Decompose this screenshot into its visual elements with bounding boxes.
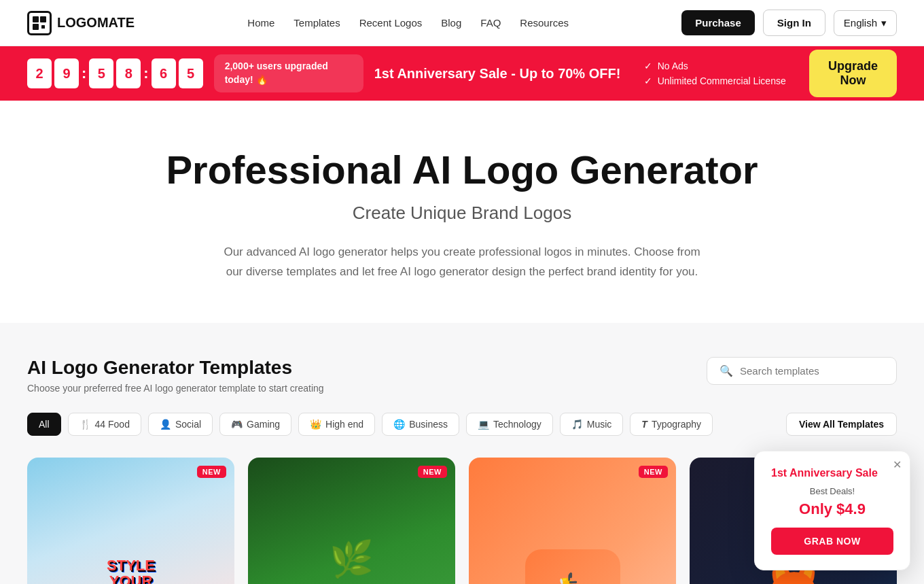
promo-banner: 2 9 : 5 8 : 6 5 2,000+ users upgraded to… (0, 46, 924, 101)
nav-home[interactable]: Home (247, 17, 274, 29)
language-selector[interactable]: English ▾ (834, 10, 897, 36)
filter-business[interactable]: 🌐 Business (382, 413, 459, 436)
template-card-style-hair[interactable]: NEW STYLEYOURHAIR 💇‍♀️ (27, 458, 234, 584)
countdown-sep-1: : (82, 65, 86, 82)
countdown-sep-2: : (143, 65, 148, 82)
nav-blog[interactable]: Blog (441, 17, 461, 29)
filter-highend[interactable]: 👑 High end (298, 413, 375, 436)
badge-new-2: NEW (418, 466, 447, 478)
popup-best-deals: Best Deals! (771, 486, 893, 496)
banner-perks: ✓ No Ads ✓ Unlimited Commercial License (644, 61, 786, 86)
template-card-jungle-jive[interactable]: NEW 🌿 JUNGLEJIVE 🌸🌼 (248, 458, 455, 584)
banner-users-text: 2,000+ users upgraded today! 🔥 (214, 54, 363, 92)
banner-perk-2: ✓ Unlimited Commercial License (644, 75, 786, 86)
upgrade-now-button[interactable]: UpgradeNow (809, 50, 897, 97)
jungle-emoji: 🌿 (313, 538, 391, 580)
signin-button[interactable]: Sign In (763, 10, 825, 36)
svg-rect-2 (33, 24, 39, 30)
food-icon: 🍴 (79, 419, 91, 430)
language-label: English (844, 17, 877, 29)
logo-icon (27, 11, 52, 35)
banner-sale-text: 1st Anniversary Sale - Up to 70% OFF! (374, 66, 621, 82)
hero-section: Professional AI Logo Generator Create Un… (0, 101, 924, 323)
card-title-style-hair: STYLEYOURHAIR (107, 557, 155, 584)
search-icon: 🔍 (719, 364, 733, 377)
highend-icon: 👑 (310, 419, 321, 430)
svg-rect-0 (33, 16, 39, 22)
popup-grab-now-button[interactable]: GRAB NOW (771, 528, 893, 555)
card-content-3: 🛵 (512, 536, 634, 584)
nav-resources[interactable]: Resources (520, 17, 569, 29)
banner-sale-prefix: 1st Anniversary Sale - Up to (374, 66, 558, 81)
hero-title: Professional AI Logo Generator (27, 148, 897, 192)
popup-title: 1st Anniversary Sale (771, 466, 893, 481)
purchase-button[interactable]: Purchase (681, 10, 755, 35)
countdown-h1: 5 (89, 58, 113, 88)
logo-text: LOGOMATE (57, 15, 135, 31)
navbar: LOGOMATE Home Templates Recent Logos Blo… (0, 0, 924, 46)
check-icon-2: ✓ (644, 75, 652, 86)
popup-close-button[interactable]: ✕ (893, 458, 902, 471)
nav-faq[interactable]: FAQ (480, 17, 501, 29)
countdown-h2: 8 (116, 58, 141, 88)
svg-rect-3 (41, 25, 45, 29)
logo-link[interactable]: LOGOMATE (27, 11, 135, 35)
filter-gaming[interactable]: 🎮 Gaming (219, 413, 291, 436)
badge-new-1: NEW (197, 466, 226, 478)
countdown-d1: 2 (27, 58, 52, 88)
countdown-m1: 6 (152, 58, 176, 88)
nav-recent-logos[interactable]: Recent Logos (359, 17, 423, 29)
svg-rect-1 (40, 16, 46, 22)
banner-left: 2 9 : 5 8 : 6 5 2,000+ users upgraded to… (27, 54, 620, 92)
nav-templates[interactable]: Templates (294, 17, 340, 29)
countdown-m2: 5 (179, 58, 203, 88)
filter-music[interactable]: 🎵 Music (560, 413, 624, 436)
popup-price: Only $4.9 (771, 500, 893, 518)
technology-icon: 💻 (478, 419, 489, 430)
social-icon: 👤 (160, 419, 171, 430)
perk-1-label: No Ads (658, 61, 688, 71)
templates-section-subtitle: Choose your preferred free AI logo gener… (27, 383, 324, 394)
perk-2-label: Unlimited Commercial License (658, 75, 786, 86)
nav-links: Home Templates Recent Logos Blog FAQ Res… (247, 17, 569, 29)
hero-description: Our advanced AI logo generator helps you… (217, 243, 707, 282)
typography-icon: T (641, 419, 647, 430)
countdown-timer: 2 9 : 5 8 : 6 5 (27, 58, 203, 88)
filter-social[interactable]: 👤 Social (148, 413, 213, 436)
anniversary-popup: ✕ 1st Anniversary Sale Best Deals! Only … (754, 451, 910, 570)
business-icon: 🌐 (393, 419, 405, 430)
hero-subtitle: Create Unique Brand Logos (27, 203, 897, 224)
card-content-2: 🌿 JUNGLEJIVE 🌸🌼 (300, 525, 404, 584)
filter-typography[interactable]: T Typography (630, 413, 713, 436)
templates-header: AI Logo Generator Templates Choose your … (27, 357, 897, 394)
check-icon-1: ✓ (644, 61, 652, 71)
template-card-delivery[interactable]: NEW 🛵 (469, 458, 676, 584)
search-box[interactable]: 🔍 (707, 357, 897, 385)
card-content-1: STYLEYOURHAIR 💇‍♀️ (93, 544, 168, 584)
banner-perk-1: ✓ No Ads (644, 61, 786, 71)
filter-all[interactable]: All (27, 413, 61, 436)
templates-section-title: AI Logo Generator Templates (27, 357, 324, 379)
search-input[interactable] (740, 365, 884, 377)
chevron-down-icon: ▾ (881, 17, 887, 29)
music-icon: 🎵 (571, 419, 583, 430)
gaming-icon: 🎮 (231, 419, 243, 430)
countdown-d2: 9 (54, 58, 79, 88)
templates-title-block: AI Logo Generator Templates Choose your … (27, 357, 324, 394)
banner-sale-highlight: 70% OFF! (558, 66, 620, 81)
view-all-templates-button[interactable]: View All Templates (786, 413, 897, 436)
nav-right: Purchase Sign In English ▾ (681, 10, 897, 36)
category-filters: All 🍴 44 Food 👤 Social 🎮 Gaming 👑 High e… (27, 413, 897, 436)
filter-food[interactable]: 🍴 44 Food (68, 413, 141, 436)
delivery-icon: 🛵 (546, 570, 600, 584)
delivery-app-icon-bg: 🛵 (525, 549, 620, 584)
filter-technology[interactable]: 💻 Technology (466, 413, 553, 436)
badge-new-3: NEW (639, 466, 668, 478)
